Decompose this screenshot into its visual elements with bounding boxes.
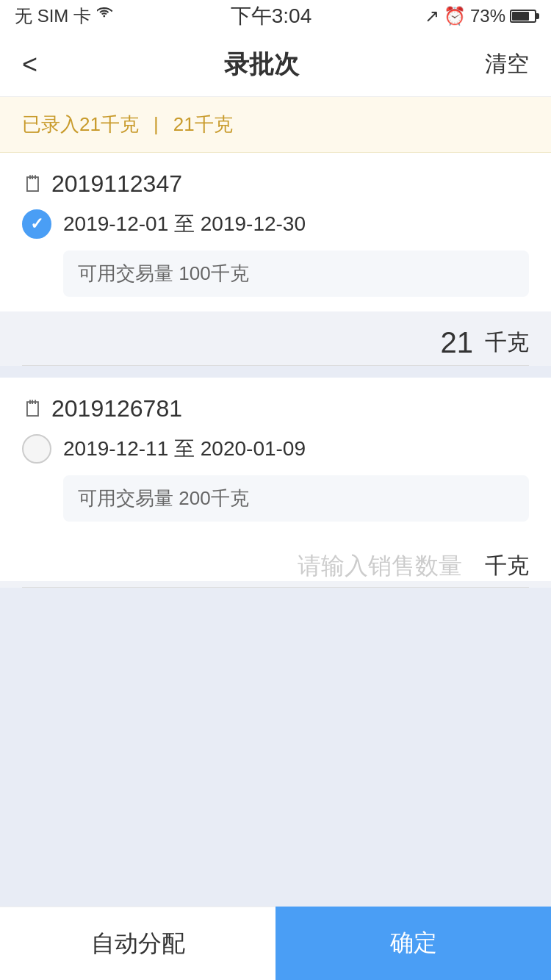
batch-item-1: 🗒 2019112347 2019-12-01 至 2019-12-30 可用交… (0, 153, 551, 311)
carrier-text: 无 SIM 卡 (15, 4, 91, 28)
status-time: 下午3:04 (231, 2, 312, 30)
clear-button[interactable]: 清空 (485, 49, 529, 79)
batch-available-2: 可用交易量 200千克 (63, 475, 529, 522)
amount-value-1: 21 (441, 326, 474, 359)
batch-date-row-1[interactable]: 2019-12-01 至 2019-12-30 (22, 209, 529, 239)
bottom-bar: 自动分配 确定 (0, 907, 551, 980)
location-icon: ↗ (425, 6, 439, 26)
radio-button-2[interactable] (22, 434, 51, 464)
summary-bar: 已录入21千克 | 21千克 (0, 97, 551, 153)
batch-icon-2: 🗒 (22, 397, 44, 422)
radio-button-1[interactable] (22, 209, 51, 239)
batch-id-2: 2019126781 (51, 395, 182, 422)
amount-unit-1: 千克 (485, 328, 529, 358)
total-label: 21千克 (173, 112, 233, 137)
batch-separator (0, 366, 551, 378)
back-button[interactable]: < (22, 49, 37, 80)
auto-distribute-button[interactable]: 自动分配 (0, 907, 276, 980)
status-left: 无 SIM 卡 (15, 4, 118, 28)
status-right: ↗ ⏰ 73% (425, 6, 536, 26)
confirm-button[interactable]: 确定 (276, 907, 551, 980)
battery-icon (510, 10, 536, 23)
input-unit-2: 千克 (485, 551, 529, 581)
empty-area (0, 588, 551, 955)
alarm-icon: ⏰ (444, 6, 466, 26)
batch-date-row-2[interactable]: 2019-12-11 至 2020-01-09 (22, 434, 529, 464)
summary-divider: | (154, 113, 159, 136)
batch-available-1: 可用交易量 100千克 (63, 251, 529, 297)
battery-percent: 73% (470, 6, 505, 26)
recorded-label: 已录入21千克 (22, 112, 139, 137)
batch-id-1: 2019112347 (51, 170, 182, 198)
nav-bar: < 录批次 清空 (0, 32, 551, 97)
batch-item-2: 🗒 2019126781 2019-12-11 至 2020-01-09 可用交… (0, 378, 551, 536)
input-row-2: 千克 (0, 536, 551, 581)
wifi-icon (97, 6, 118, 26)
batch-icon-1: 🗒 (22, 172, 44, 197)
main-content: 🗒 2019112347 2019-12-01 至 2019-12-30 可用交… (0, 153, 551, 980)
sales-quantity-input[interactable] (253, 552, 473, 580)
page-title: 录批次 (224, 48, 299, 82)
amount-row-1: 21 千克 (0, 311, 551, 359)
batch-date-1: 2019-12-01 至 2019-12-30 (63, 210, 306, 238)
batch-header-2: 🗒 2019126781 (22, 395, 529, 422)
batch-date-2: 2019-12-11 至 2020-01-09 (63, 435, 306, 463)
batch-header-1: 🗒 2019112347 (22, 170, 529, 198)
status-bar: 无 SIM 卡 下午3:04 ↗ ⏰ 73% (0, 0, 551, 32)
